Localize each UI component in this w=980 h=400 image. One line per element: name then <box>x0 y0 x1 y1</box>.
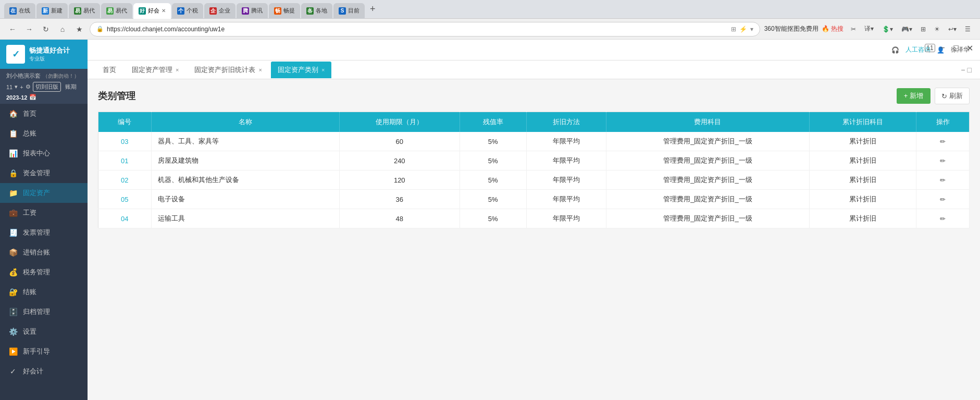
sidebar-item-more[interactable]: ✓ 好会计 <box>0 361 88 381</box>
minimize-btn[interactable]: − <box>936 42 949 54</box>
row-1-period: 240 <box>339 151 460 171</box>
tab-label-t6: 个税 <box>187 7 198 15</box>
sidebar-icon-payroll: 💼 <box>8 209 18 217</box>
sidebar-item-settings[interactable]: ⚙️ 设置 <box>0 322 88 342</box>
browser-tab-t8[interactable]: 腾 腾讯 <box>237 3 268 19</box>
sidebar-item-assets[interactable]: 📁 固定资产 <box>0 183 88 203</box>
browser-tab-t10[interactable]: 各 各地 <box>301 3 332 19</box>
table-header-3: 残值率 <box>460 112 526 132</box>
row-0-action[interactable]: ✏ <box>916 132 970 151</box>
tab-label-t7: 企业 <box>219 7 230 15</box>
settings-cog[interactable]: ⚙ <box>26 83 31 90</box>
edit-btn-1[interactable]: ✏ <box>940 157 946 165</box>
edit-btn-3[interactable]: ✏ <box>940 196 946 203</box>
sidebar-item-invoice[interactable]: 🧾 发票管理 <box>0 223 88 243</box>
forward-btn[interactable]: → <box>23 23 35 35</box>
app-layout: ✓ 畅捷通好合计 专业版 刘小艳演示套 （勿删勿动！） 11 ▾ + ⚙ 切到旧… <box>0 40 980 400</box>
undo-btn[interactable]: ↩▾ <box>945 25 960 34</box>
browser-tab-t3[interactable]: 易 易代 <box>69 3 100 19</box>
scissors-btn[interactable]: ✂ <box>848 25 859 34</box>
bookmark-btn[interactable]: ★ <box>73 23 85 35</box>
sidebar-item-payroll[interactable]: 💼 工资 <box>0 203 88 223</box>
tab-count-btn[interactable]: 11 <box>925 44 935 52</box>
sidebar-item-home[interactable]: 🏠 首页 <box>0 104 88 124</box>
dropdown-arrow[interactable]: ▾ <box>15 83 18 90</box>
switch-btn[interactable]: 切到旧版 <box>33 82 61 92</box>
wallet-btn[interactable]: 💲▾ <box>879 25 896 34</box>
app-title: 畅捷通好合计 <box>29 46 70 55</box>
sidebar-item-inventory[interactable]: 📦 进销台账 <box>0 243 88 262</box>
app-tab-close-asset-mgmt[interactable]: × <box>176 67 179 73</box>
sidebar-icon-tax: 💰 <box>8 268 18 276</box>
refresh-button[interactable]: ↻ 刷新 <box>935 88 970 104</box>
row-4-method: 年限平均 <box>526 209 606 228</box>
browser-tab-t11[interactable]: S 目前 <box>333 3 365 19</box>
sidebar-item-guide[interactable]: ▶️ 新手引导 <box>0 342 88 361</box>
app-tab-home[interactable]: 首页 <box>96 62 123 78</box>
app-tab-close-asset-category[interactable]: × <box>321 67 325 73</box>
row-4-code: 04 <box>98 209 152 228</box>
new-tab-btn[interactable]: + <box>368 4 378 15</box>
sidebar-item-reports[interactable]: 📊 报表中心 <box>0 143 88 163</box>
user-count: 11 <box>6 84 13 90</box>
grid-btn[interactable]: ⊞ <box>917 25 929 34</box>
calendar-icon[interactable]: 📅 <box>29 94 36 101</box>
sidebar-item-archive[interactable]: 🗄️ 归档管理 <box>0 302 88 322</box>
browser-tab-t6[interactable]: 个 个税 <box>172 3 203 19</box>
app-tab-close-depreciation[interactable]: × <box>258 67 262 73</box>
sidebar-item-ledger[interactable]: 📋 总账 <box>0 124 88 143</box>
site-info-icon: ⊞ <box>731 26 736 33</box>
add-button[interactable]: + 新增 <box>897 88 931 104</box>
sidebar-label-settings: 设置 <box>23 327 36 336</box>
table-row: 03器具、工具、家具等605%年限平均管理费用_固定资产折旧_一级累计折旧✏ <box>98 132 970 151</box>
table-row: 04运输工具485%年限平均管理费用_固定资产折旧_一级累计折旧✏ <box>98 209 970 228</box>
tab-maximize-icon[interactable]: □ <box>967 66 972 74</box>
app-tab-asset-mgmt[interactable]: 固定资产管理 × <box>125 62 185 78</box>
tabs-bar: 首页 固定资产管理 × 固定资产折旧统计表 × 固定资产类别 × − □ <box>88 60 980 79</box>
edit-btn-0[interactable]: ✏ <box>940 138 946 146</box>
sidebar-icon-more: ✓ <box>8 367 18 375</box>
game-btn[interactable]: 🎮▾ <box>898 25 915 34</box>
row-2-action[interactable]: ✏ <box>916 171 970 190</box>
sidebar-label-funds: 资金管理 <box>23 168 50 178</box>
row-4-residual: 5% <box>460 209 526 228</box>
sidebar-icon-assets: 📁 <box>8 189 18 197</box>
sidebar-item-tax[interactable]: 💰 税务管理 <box>0 262 88 282</box>
browser-tab-t7[interactable]: 企 企业 <box>204 3 235 19</box>
menu-btn[interactable]: ☰ <box>962 25 974 34</box>
row-2-method: 年限平均 <box>526 171 606 190</box>
edit-btn-4[interactable]: ✏ <box>940 215 946 223</box>
back-btn[interactable]: ← <box>6 23 19 35</box>
tab-icon-t4: 易 <box>106 7 114 15</box>
page-content: 类别管理 + 新增 ↻ 刷新 编号名称使用期限（月）残值率折旧方法费用科目累计折… <box>88 79 980 400</box>
translate-btn[interactable]: 译▾ <box>861 23 877 34</box>
app-tab-asset-category[interactable]: 固定资产类别 × <box>271 62 331 78</box>
maximize-btn[interactable]: □ <box>950 42 962 54</box>
sidebar-label-inventory: 进销台账 <box>23 248 50 257</box>
browser-tab-t4[interactable]: 易 易代 <box>101 3 132 19</box>
close-btn[interactable]: ✕ <box>963 42 976 54</box>
address-box[interactable]: 🔒 https://cloud.chanjet.com/accounting/u… <box>90 22 760 37</box>
theme-btn[interactable]: ☀ <box>931 25 943 34</box>
sidebar-item-close[interactable]: 🔐 结账 <box>0 282 88 302</box>
table-header-7: 操作 <box>916 112 970 132</box>
browser-tab-t1[interactable]: 在 在线 <box>4 3 35 19</box>
sidebar-label-guide: 新手引导 <box>23 347 50 356</box>
row-4-depreciation-account: 累计折旧 <box>809 209 916 228</box>
add-icon[interactable]: + <box>20 84 23 90</box>
edit-btn-2[interactable]: ✏ <box>940 176 946 184</box>
tab-label-t4: 易代 <box>116 7 127 15</box>
browser-tab-t9[interactable]: 畅 畅提 <box>269 3 300 19</box>
reload-btn[interactable]: ↻ <box>40 23 52 35</box>
home-btn[interactable]: ⌂ <box>56 23 69 35</box>
sidebar-label-ledger: 总账 <box>23 129 36 138</box>
tab-minimize-icon[interactable]: − <box>961 66 965 74</box>
browser-tab-t5[interactable]: 好 好会 ✕ <box>133 3 171 19</box>
tab-close-t5[interactable]: ✕ <box>162 8 166 14</box>
browser-tab-t2[interactable]: 新 新建 <box>36 3 68 19</box>
row-4-action[interactable]: ✏ <box>916 209 970 228</box>
row-3-action[interactable]: ✏ <box>916 190 970 209</box>
row-1-action[interactable]: ✏ <box>916 151 970 171</box>
sidebar-item-funds[interactable]: 🔒 资金管理 <box>0 163 88 183</box>
app-tab-depreciation[interactable]: 固定资产折旧统计表 × <box>188 62 268 78</box>
